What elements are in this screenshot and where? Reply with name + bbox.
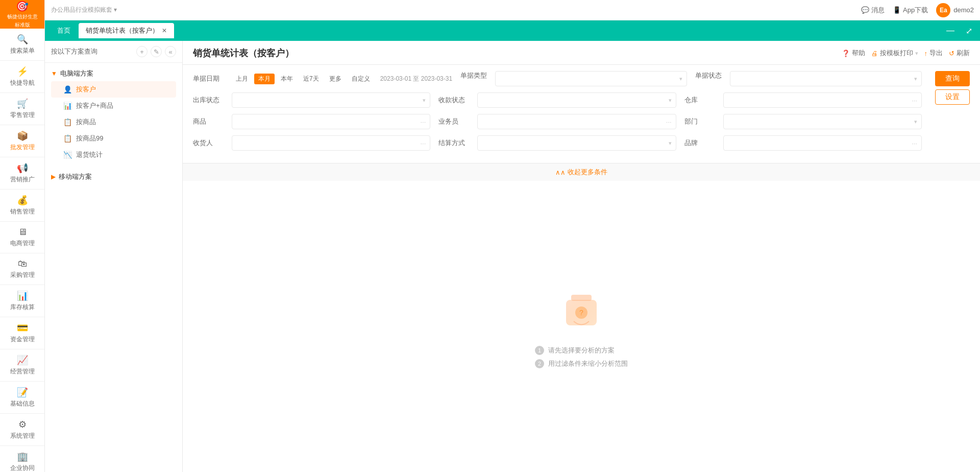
schema-group-desktop-title[interactable]: ▼ 电脑端方案 [51, 66, 176, 81]
payment-dropdown-icon: ▾ [669, 140, 672, 147]
tab-minimize-button[interactable]: — [943, 23, 958, 38]
query-button[interactable]: 查询 [935, 71, 970, 86]
logo-icon: 🎯 [16, 0, 29, 12]
tab-sales-stats[interactable]: 销货单统计表（按客户） ✕ [79, 23, 174, 38]
help-button[interactable]: ❓ 帮助 [842, 49, 865, 58]
department-label: 部门 [684, 117, 715, 126]
search-icon: 🔍 [17, 34, 28, 45]
sidebar-item-label: 销售管理 [10, 207, 35, 216]
sidebar-item-inventory[interactable]: 📊 库存核算 [0, 285, 44, 317]
filter-row-3: 商品 ··· 业务员 ··· 部门 ▾ [193, 114, 922, 129]
customer-product-icon: 📊 [63, 102, 72, 110]
add-schema-button[interactable]: + [136, 46, 148, 57]
product-input[interactable]: ··· [232, 114, 430, 129]
basic-icon: 📝 [17, 387, 28, 398]
sidebar-item-label: 零售管理 [10, 111, 35, 120]
collect-status-dropdown-icon: ▾ [669, 97, 672, 104]
sidebar-item-sales[interactable]: 💰 销售管理 [0, 190, 44, 222]
date-tab-custom[interactable]: 自定义 [348, 74, 374, 84]
collapse-bar[interactable]: ∧∧ 收起更多条件 [183, 163, 980, 181]
sidebar-item-finance[interactable]: 💳 资金管理 [0, 317, 44, 349]
sidebar-item-wholesale[interactable]: 📦 批发管理 [0, 125, 44, 157]
tab-home[interactable]: 首页 [49, 23, 79, 38]
date-tab-7days[interactable]: 近7天 [299, 74, 323, 84]
out-status-select[interactable]: ▾ [232, 92, 430, 108]
topbar-actions: 💬 消息 📱 App下载 Ea demo2 [861, 3, 974, 17]
empty-hint-1: 1 请先选择要分析的方案 [535, 346, 628, 355]
sidebar-item-marketing[interactable]: 📢 营销推广 [0, 157, 44, 190]
system-icon: ⚙ [18, 419, 27, 430]
schema-item-by-product[interactable]: 📋 按商品 [51, 114, 176, 130]
date-tab-this-month[interactable]: 本月 [254, 74, 275, 84]
sidebar-item-basic[interactable]: 📝 基础信息 [0, 382, 44, 414]
date-tabs: 上月 本月 本年 近7天 更多 自定义 2023-03-01 至 2023-03… [232, 74, 452, 84]
breadcrumb: 办公用品行业模拟账套 ▾ [51, 6, 857, 14]
recipient-input[interactable]: ··· [232, 135, 430, 151]
sidebar-item-search[interactable]: 🔍 搜索菜单 [0, 29, 44, 61]
edit-schema-button[interactable]: ✎ [151, 46, 162, 57]
left-panel-title: 按以下方案查询 [51, 47, 132, 56]
doc-type-select[interactable]: ▾ [495, 71, 687, 86]
sidebar-item-label: 搜索菜单 [10, 46, 35, 55]
brand-input[interactable]: ··· [723, 135, 922, 151]
avatar: Ea [936, 3, 950, 17]
messages-button[interactable]: 💬 消息 [861, 6, 885, 15]
refresh-icon: ↺ [949, 50, 954, 57]
sidebar-item-quick-nav[interactable]: ⚡ 快捷导航 [0, 61, 44, 93]
export-button[interactable]: ↑ 导出 [924, 49, 943, 58]
retail-icon: 🛒 [17, 98, 28, 109]
message-icon: 💬 [861, 6, 869, 14]
sidebar-item-ecommerce[interactable]: 🖥 电商管理 [0, 222, 44, 253]
wholesale-icon: 📦 [17, 130, 28, 141]
tabbar-right-controls: — ⤢ [943, 23, 976, 38]
filter-row-4: 收货人 ··· 结算方式 ▾ 品牌 ··· [193, 135, 922, 151]
warehouse-input[interactable]: ··· [723, 92, 922, 108]
out-status-dropdown-icon: ▾ [423, 97, 426, 104]
department-select[interactable]: ▾ [723, 114, 922, 129]
sidebar: 🎯 畅捷信好生意 标准版 🔍 搜索菜单 ⚡ 快捷导航 🛒 零售管理 📦 批发管理… [0, 0, 45, 472]
salesperson-input[interactable]: ··· [477, 114, 676, 129]
out-status-label: 出库状态 [193, 96, 224, 105]
payment-select[interactable]: ▾ [477, 135, 676, 151]
sidebar-item-label: 快捷导航 [10, 79, 35, 87]
app-download-button[interactable]: 📱 App下载 [893, 6, 928, 15]
filter-row-1: 单据日期 上月 本月 本年 近7天 更多 自定义 2023-03-01 至 20… [193, 71, 922, 86]
sidebar-item-label: 营销推广 [10, 175, 35, 184]
schema-item-return-stats[interactable]: 📉 退货统计 [51, 147, 176, 163]
template-print-button[interactable]: 🖨 按模板打印 ▾ [871, 49, 918, 58]
sidebar-item-purchase[interactable]: 🛍 采购管理 [0, 253, 44, 285]
filter-row-2: 出库状态 ▾ 收款状态 ▾ 仓库 [193, 92, 922, 108]
empty-hint-2: 2 用过滤条件来缩小分析范围 [535, 359, 628, 368]
sidebar-item-retail[interactable]: 🛒 零售管理 [0, 93, 44, 125]
tab-maximize-button[interactable]: ⤢ [962, 23, 976, 38]
date-tab-last-month[interactable]: 上月 [232, 74, 252, 84]
doc-status-select[interactable]: ▾ [730, 71, 922, 86]
hint-num-2: 2 [535, 359, 544, 368]
left-panel: 按以下方案查询 + ✎ « ▼ 电脑端方案 👤 按客户 📊 [45, 41, 183, 472]
user-menu[interactable]: Ea demo2 [936, 3, 974, 17]
date-tab-this-year[interactable]: 本年 [277, 74, 297, 84]
schema-item-by-product99[interactable]: 📋 按商品99 [51, 130, 176, 147]
tab-close-icon[interactable]: ✕ [162, 27, 167, 34]
sidebar-item-enterprise[interactable]: 🏢 企业协同 [0, 446, 44, 472]
product99-icon: 📋 [63, 134, 72, 143]
collect-status-select[interactable]: ▾ [477, 92, 676, 108]
sidebar-item-operations[interactable]: 📈 经营管理 [0, 349, 44, 382]
doc-status-dropdown-icon: ▾ [914, 76, 917, 82]
collect-status-label: 收款状态 [438, 96, 469, 105]
date-range: 2023-03-01 至 2023-03-31 [380, 75, 452, 83]
left-panel-header: 按以下方案查询 + ✎ « [45, 41, 182, 63]
sidebar-item-system[interactable]: ⚙ 系统管理 [0, 414, 44, 446]
filter-area: 单据日期 上月 本月 本年 近7天 更多 自定义 2023-03-01 至 20… [183, 65, 980, 163]
schema-item-by-customer[interactable]: 👤 按客户 [51, 81, 176, 98]
settings-button[interactable]: 设置 [935, 89, 970, 105]
page-title-row: 销货单统计表（按客户） ❓ 帮助 🖨 按模板打印 ▾ ↑ [193, 47, 970, 64]
collapse-panel-button[interactable]: « [165, 46, 176, 57]
date-tab-more[interactable]: 更多 [325, 74, 346, 84]
schema-group-mobile-title[interactable]: ▶ 移动端方案 [51, 169, 176, 184]
refresh-button[interactable]: ↺ 刷新 [949, 49, 970, 58]
topbar: 办公用品行业模拟账套 ▾ 💬 消息 📱 App下载 Ea demo2 [45, 0, 980, 20]
schema-item-by-customer-product[interactable]: 📊 按客户+商品 [51, 98, 176, 114]
empty-hints: 1 请先选择要分析的方案 2 用过滤条件来缩小分析范围 [535, 346, 628, 368]
print-icon: 🖨 [871, 50, 878, 57]
